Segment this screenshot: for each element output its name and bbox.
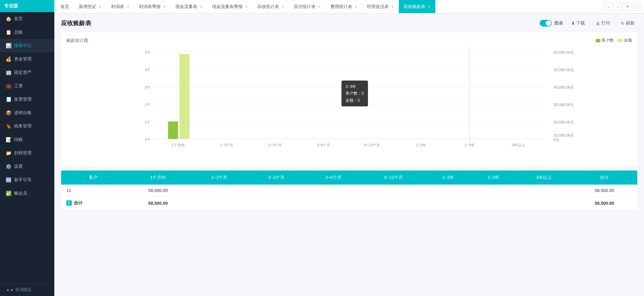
svg-text:0个: 0个 — [145, 138, 151, 142]
unpin-sidebar-button[interactable]: ◄◄ 取消固定 — [0, 283, 54, 296]
sidebar-item-ledger[interactable]: 📋 总账 — [0, 26, 54, 39]
sidebar-item-label: 归档管理 — [14, 150, 32, 156]
content-area: 应收账龄表 图表 ⬇ 下载 🖨 打印 ↻ 刷新 — [54, 13, 644, 296]
tab-label: 经营状况表 — [367, 4, 389, 10]
sidebar-item-settings[interactable]: ⚙️ 设置 — [0, 160, 54, 173]
tab-close-icon[interactable]: × — [428, 4, 430, 9]
tab-next-button[interactable]: › — [614, 3, 622, 11]
sidebar-item-home[interactable]: 🏠 首页 — [0, 12, 54, 26]
tab-ar-stats[interactable]: 应收统计表 × — [253, 0, 289, 13]
total-row: Σ 合计 58,500.00 58,500.00 — [61, 197, 637, 210]
refresh-button[interactable]: ↻ 刷新 — [618, 19, 637, 28]
tab-close-icon[interactable]: × — [163, 4, 166, 9]
tab-label: 现金流量表季报 — [212, 4, 243, 10]
sidebar-item-archive[interactable]: 📁 归档管理 — [0, 146, 54, 160]
tab-close-icon[interactable]: × — [282, 4, 284, 9]
total-label-text: 合计 — [74, 200, 83, 206]
tax-icon: 🔖 — [5, 124, 11, 129]
col-y23: 2~3年 — [471, 170, 516, 185]
tab-biz-status[interactable]: 经营状况表 × — [362, 0, 399, 13]
ledger-icon: 📋 — [5, 30, 11, 35]
sidebar-item-invoices[interactable]: 🧾 发票管理 — [0, 93, 54, 106]
tab-close-icon[interactable]: × — [245, 4, 248, 9]
sidebar-item-funds[interactable]: 💰 资金管理 — [0, 52, 54, 66]
sidebar-item-label: 报表中心 — [14, 43, 32, 49]
home-icon: 🏠 — [5, 16, 11, 21]
sidebar-item-inventory[interactable]: 📦 进销台账 — [0, 106, 54, 119]
print-icon: 🖨 — [596, 21, 600, 26]
cell-total: 58,500.00 — [572, 185, 637, 197]
tab-maximize-button[interactable]: ⛶ — [633, 3, 641, 11]
col-y3plus: 3年以上 — [516, 170, 572, 185]
tab-close-all-button[interactable]: ✕ — [623, 3, 631, 11]
svg-text:30,000.00元: 30,000.00元 — [554, 103, 574, 107]
cell-m36 — [305, 185, 362, 197]
sidebar-item-label: 税务管理 — [14, 123, 32, 129]
tab-close-icon[interactable]: × — [200, 4, 202, 9]
tab-label: 应收账龄表 — [404, 4, 425, 10]
settings-icon: ⚙️ — [5, 164, 11, 169]
page-title: 应收账龄表 — [61, 19, 91, 27]
tab-profit-quarterly[interactable]: 利润表季报 × — [134, 0, 171, 13]
tab-label: 应付统计表 — [294, 4, 316, 10]
unpin-icon: ◄◄ — [5, 288, 13, 292]
total-y23 — [471, 197, 516, 210]
sidebar-item-wages[interactable]: 💼 工资 — [0, 79, 54, 93]
total-icon: Σ — [66, 200, 72, 206]
legend-amount-color — [618, 39, 623, 42]
tab-close-icon[interactable]: × — [99, 4, 101, 9]
tab-cashflow[interactable]: 现金流量表 × — [171, 0, 207, 13]
close-accounts-icon: 📝 — [5, 137, 11, 142]
svg-text:10,000.00元: 10,000.00元 — [554, 133, 574, 137]
legend-customers: 客户数 — [596, 38, 614, 43]
sidebar-item-assets[interactable]: 🏢 固定资产 — [0, 66, 54, 79]
data-table: 客户 1个月内 1~2个月 2~3个月 3~6个月 6~12个月 1~2年 2~… — [61, 170, 637, 210]
sidebar-item-reports[interactable]: 📊 报表中心 — [0, 39, 54, 52]
invoices-icon: 🧾 — [5, 97, 11, 102]
tab-label: 首页 — [60, 4, 69, 10]
sidebar-item-guide[interactable]: 🆕 新手引导 — [0, 173, 54, 187]
tab-close-icon[interactable]: × — [127, 4, 129, 9]
download-label: 下载 — [576, 20, 585, 26]
tab-voucher[interactable]: 新增凭证 × — [74, 0, 106, 13]
tab-expense-stats[interactable]: 费用统计表 × — [326, 0, 362, 13]
sidebar-item-label: 新手引导 — [14, 177, 32, 183]
print-button[interactable]: 🖨 打印 — [593, 19, 613, 28]
sidebar-item-label: 设置 — [14, 163, 23, 169]
total-y3plus — [516, 197, 572, 210]
reports-icon: 📊 — [5, 43, 11, 48]
main-area: 首页 新增凭证 × 利润表 × 利润表季报 × 现金流量表 × 现金流量表季报 … — [54, 0, 644, 296]
refresh-label: 刷新 — [626, 20, 635, 26]
tab-close-icon[interactable]: × — [355, 4, 357, 9]
sidebar-item-label: 工资 — [14, 83, 23, 89]
tab-profit[interactable]: 利润表 × — [106, 0, 134, 13]
col-m12: 1~2个月 — [191, 170, 248, 185]
sidebar-item-tax[interactable]: 🔖 税务管理 — [0, 119, 54, 133]
tab-close-icon[interactable]: × — [391, 4, 394, 9]
tab-close-icon[interactable]: × — [318, 4, 321, 9]
tab-navigation: ‹ › ✕ ⛶ — [604, 3, 643, 11]
unpin-label: 取消固定 — [15, 287, 32, 293]
tab-label: 利润表季报 — [139, 4, 161, 10]
tab-ap-stats[interactable]: 应付统计表 × — [289, 0, 326, 13]
chart-toggle[interactable] — [540, 20, 552, 27]
svg-text:20,000.00元: 20,000.00元 — [554, 120, 574, 124]
download-button[interactable]: ⬇ 下载 — [569, 19, 588, 28]
col-total: 合计 — [572, 170, 637, 185]
svg-text:3个: 3个 — [145, 85, 151, 89]
legend-amount: 金额 — [618, 38, 632, 43]
chart-card: 账龄统计图 客户数 金额 5个 4个 3个 2个 1个 — [61, 32, 637, 166]
archive-icon: 📁 — [5, 150, 11, 156]
svg-text:3~6个月: 3~6个月 — [317, 143, 331, 147]
legend-customers-label: 客户数 — [602, 38, 614, 43]
bar-amount-0 — [179, 54, 190, 139]
tab-ar-aging[interactable]: 应收账龄表 × — [399, 0, 435, 13]
sidebar-item-label: 畅会员 — [14, 190, 27, 196]
tab-prev-button[interactable]: ‹ — [604, 3, 612, 11]
sidebar-item-vip[interactable]: ✅ 畅会员 — [0, 187, 54, 200]
tab-cashflow-quarterly[interactable]: 现金流量表季报 × — [207, 0, 253, 13]
tab-home[interactable]: 首页 — [56, 0, 74, 13]
page-header: 应收账龄表 图表 ⬇ 下载 🖨 打印 ↻ 刷新 — [61, 19, 637, 28]
tab-label: 应收统计表 — [257, 4, 279, 10]
sidebar-item-close[interactable]: 📝 结账 — [0, 133, 54, 146]
